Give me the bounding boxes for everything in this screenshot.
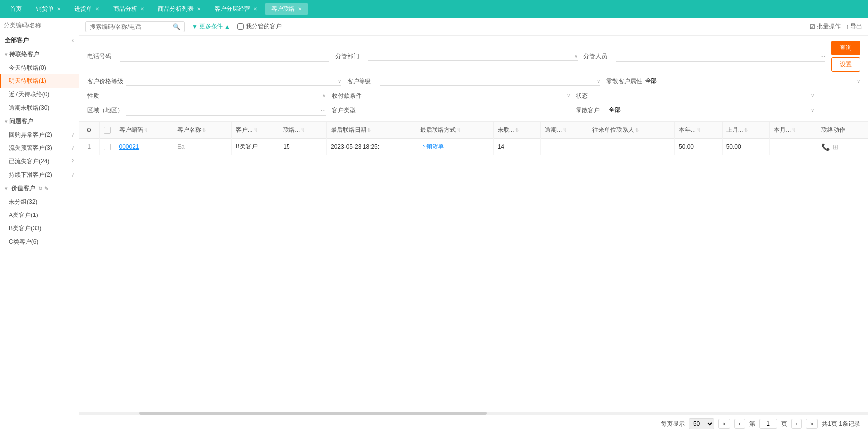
export-btn[interactable]: ↑ 导出 [846, 22, 862, 31]
region-dots[interactable]: ··· [321, 107, 326, 114]
batch-op-btn[interactable]: ☑ 批量操作 [810, 22, 841, 31]
prev-page-btn[interactable]: ‹ [734, 419, 745, 429]
price-level-arrow-icon: ∨ [338, 78, 341, 84]
nav-product-list[interactable]: 商品分析列表 ✕ [152, 3, 207, 15]
sidebar-item-declining[interactable]: 持续下滑客户(2)? [0, 168, 79, 182]
page-size-select[interactable]: 50 100 200 [689, 418, 714, 429]
filter-phone-input[interactable] [120, 51, 329, 62]
sidebar-item-c-class[interactable]: C类客户(6) [0, 235, 79, 249]
horizontal-scrollbar[interactable] [79, 412, 868, 415]
filter-person-select[interactable]: ··· [616, 51, 825, 62]
sidebar-item-today[interactable]: 今天待联络(0) [0, 61, 79, 74]
sort-this-month-icon: ⇅ [792, 128, 796, 133]
menu-icon[interactable]: ⊞ [833, 143, 839, 151]
nav-customer-tier[interactable]: 客户分层经营 ✕ [209, 3, 263, 15]
th-this-month: 本月...⇅ [770, 122, 817, 139]
nature-arrow-icon: ∨ [322, 93, 326, 98]
nav-customer-tier-close-icon[interactable]: ✕ [253, 6, 257, 12]
nav-sales[interactable]: 销货单 ✕ [30, 3, 67, 15]
nav-product-analysis[interactable]: 商品分析 ✕ [107, 3, 150, 15]
next-page-btn[interactable]: › [791, 419, 802, 429]
td-type: B类客户 [231, 139, 279, 155]
sidebar-search-input[interactable] [4, 22, 78, 29]
settings-btn[interactable]: 设置 [831, 57, 860, 72]
sidebar-item-tomorrow[interactable]: 明天待联络(1) [0, 74, 79, 88]
nav-purchase-close-icon[interactable]: ✕ [95, 6, 99, 12]
sidebar-item-warning[interactable]: 流失预警客户(3)? [0, 142, 79, 155]
my-customers-label[interactable]: 我分管的客户 [237, 22, 282, 31]
sidebar-item-overdue[interactable]: 逾期未联络(30) [0, 101, 79, 115]
nav-sales-close-icon[interactable]: ✕ [57, 6, 61, 12]
bottom-bar: 每页显示 50 100 200 « ‹ 第 页 › » 共1页 1条记录 [79, 415, 868, 432]
filter-nature-select[interactable]: ∨ [120, 91, 326, 100]
value-group-edit-icon[interactable]: ✎ [44, 186, 48, 191]
filter-dept-select[interactable]: ∨ [368, 52, 577, 61]
nav-product-analysis-close-icon[interactable]: ✕ [140, 6, 144, 12]
td-code[interactable]: 000021 [115, 139, 173, 155]
filter-payment-select[interactable]: ∨ [364, 91, 570, 100]
filter-more-btn[interactable]: ▼ 更多条件 ▲ [189, 21, 233, 32]
sidebar-item-lost[interactable]: 已流失客户(24)? [0, 155, 79, 168]
filter-customer-type-select[interactable] [364, 109, 570, 112]
nav-product-list-close-icon[interactable]: ✕ [197, 6, 201, 12]
sidebar-item-7days[interactable]: 近7天待联络(0) [0, 88, 79, 101]
sidebar-item-a-class[interactable]: A类客户(1) [0, 209, 79, 222]
search-input[interactable] [90, 23, 171, 30]
filter-retail: 零散客户 全部 ∨ [576, 104, 814, 116]
first-page-btn[interactable]: « [718, 419, 730, 429]
table-row: 1 000021 Ea B类客户 15 2023-05-23 18:25: 下销… [79, 139, 868, 155]
scrollbar-thumb[interactable] [139, 412, 487, 415]
content-area: 🔍 ▼ 更多条件 ▲ 我分管的客户 ☑ 批量操作 ↑ 导出 [79, 18, 868, 432]
nav-customer-contact-close-icon[interactable]: ✕ [298, 6, 302, 12]
th-last-month: 上月...⇅ [722, 122, 770, 139]
all-customers-header[interactable]: 全部客户 « [0, 33, 79, 48]
last-contact-method-link[interactable]: 下销货单 [420, 143, 444, 150]
sidebar: 🔍 全部客户 « 待联络客户 今天待联络(0) 明天待联络(1) 近7天待联络(… [0, 18, 79, 432]
header-checkbox[interactable] [104, 127, 111, 134]
th-last-contact-date: 最后联络日期⇅ [327, 122, 416, 139]
sort-last-contact-method-icon: ⇅ [457, 128, 461, 133]
filter-retail-attr-select[interactable]: 全部 ∨ [645, 75, 860, 87]
call-icon[interactable]: 📞 [821, 143, 830, 151]
filter-status-select[interactable]: ∨ [609, 91, 814, 100]
last-page-btn[interactable]: » [806, 419, 818, 429]
my-customers-checkbox[interactable] [237, 23, 244, 30]
filter-price-level-select[interactable]: ∨ [126, 77, 341, 86]
filter-customer-level-select[interactable]: ∨ [380, 77, 601, 86]
export-icon: ↑ [846, 23, 849, 30]
td-contact-person [588, 139, 674, 155]
td-check [99, 139, 115, 155]
sidebar-group-value[interactable]: 价值客户 ↻ ✎ [0, 182, 79, 195]
customer-level-arrow-icon: ∨ [597, 78, 600, 84]
filter-dept: 分管部门 ∨ [335, 52, 577, 61]
nav-home[interactable]: 首页 [4, 3, 28, 15]
page-num-input[interactable] [759, 419, 777, 429]
filter-dept-label: 分管部门 [335, 52, 365, 61]
th-code: 客户编码⇅ [115, 122, 173, 139]
value-group-refresh-icon[interactable]: ↻ [38, 186, 42, 191]
filter-person-dots[interactable]: ··· [820, 53, 825, 60]
filter-region-select[interactable]: ··· [126, 105, 326, 116]
sidebar-group-problem[interactable]: 问题客户 [0, 115, 79, 128]
nav-customer-contact[interactable]: 客户联络 ✕ [265, 3, 308, 15]
sidebar-group-pending[interactable]: 待联络客户 [0, 48, 79, 61]
sidebar-item-ungrouped[interactable]: 未分组(32) [0, 195, 79, 209]
action-icons: 📞 ⊞ [821, 143, 864, 151]
table-header-row: ⚙ 客户编码⇅ 客户名称⇅ 客户...⇅ [79, 122, 868, 139]
filter-row-1: 电话号码 分管部门 ∨ 分管人员 ··· [87, 41, 860, 72]
sidebar-item-abnormal[interactable]: 回购异常客户(2)? [0, 128, 79, 142]
query-btn[interactable]: 查询 [831, 41, 860, 55]
filter-retail-select[interactable]: 全部 ∨ [609, 104, 814, 116]
row-checkbox[interactable] [104, 144, 111, 150]
page-size-label: 每页显示 [661, 420, 685, 428]
sort-type-icon: ⇅ [254, 128, 258, 133]
nav-purchase[interactable]: 进货单 ✕ [69, 3, 105, 15]
th-check [99, 122, 115, 139]
filter-customer-level: 客户等级 ∨ [347, 77, 601, 86]
th-type: 客户...⇅ [231, 122, 279, 139]
gear-icon[interactable]: ⚙ [86, 127, 92, 134]
sidebar-item-b-class[interactable]: B类客户(33) [0, 222, 79, 235]
toolbar: 🔍 ▼ 更多条件 ▲ 我分管的客户 ☑ 批量操作 ↑ 导出 [79, 18, 868, 36]
search-icon[interactable]: 🔍 [173, 23, 180, 30]
top-nav: 首页 销货单 ✕ 进货单 ✕ 商品分析 ✕ 商品分析列表 ✕ 客户分层经营 ✕ … [0, 0, 868, 18]
